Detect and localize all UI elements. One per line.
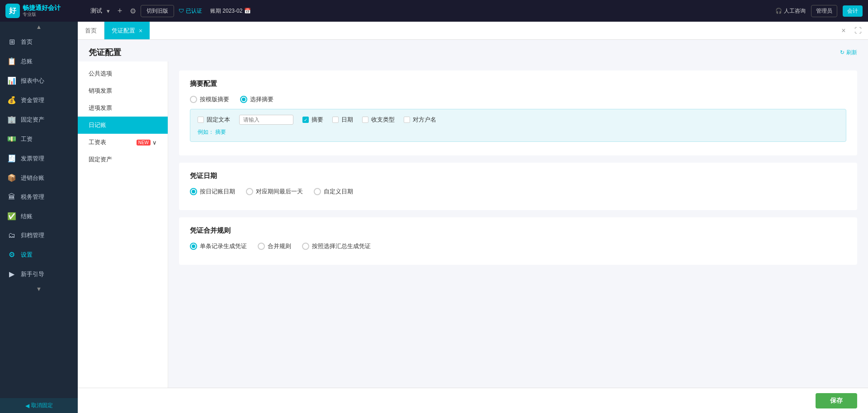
company-dropdown-icon[interactable]: ▾ <box>107 8 110 14</box>
fullscreen-button[interactable]: ⛶ <box>852 24 864 37</box>
sidebar-item-funds[interactable]: 💰 资金管理 <box>0 90 78 110</box>
sidebar-item-trade[interactable]: 📦 进销台账 <box>0 168 78 188</box>
salary-icon: 💵 <box>7 135 16 143</box>
left-nav-journal[interactable]: 日记账 <box>78 117 168 134</box>
date-section-title: 凭证日期 <box>190 172 846 180</box>
save-button[interactable]: 保存 <box>816 393 857 408</box>
assets-icon: 🏢 <box>7 115 16 124</box>
date-checkbox[interactable] <box>332 117 339 123</box>
checkbox-fixed-text[interactable]: 固定文本 <box>198 116 230 124</box>
close-window-button[interactable]: × <box>837 24 850 37</box>
radio-select-summary[interactable]: 选择摘要 <box>240 95 274 103</box>
main-layout: ▲ ⊞ 首页 📋 总账 📊 报表中心 💰 资金管理 🏢 固定资产 💵 工资 🧾 … <box>0 22 868 413</box>
tab-bar: 首页 凭证配置 × × ⛶ <box>78 22 868 40</box>
logo-area: 好 畅捷通好会计 专业版 <box>5 4 82 18</box>
sidebar-item-ledger[interactable]: 📋 总账 <box>0 52 78 71</box>
radio-period-circle <box>246 188 253 195</box>
certified-badge: 🛡 已认证 <box>179 7 202 15</box>
sidebar-item-tax[interactable]: 🏛 税务管理 <box>0 188 78 206</box>
radio-merge-circle <box>258 243 265 250</box>
left-nav-fixed-assets[interactable]: 固定资产 <box>78 151 168 168</box>
summary-checkbox[interactable]: ✓ <box>302 117 309 123</box>
radio-aggregate[interactable]: 按照选择汇总生成凭证 <box>302 242 371 250</box>
radio-template-summary[interactable]: 按模版摘要 <box>190 95 229 103</box>
sidebar-item-assets[interactable]: 🏢 固定资产 <box>0 110 78 129</box>
radio-single-record[interactable]: 单条记录生成凭证 <box>190 242 247 250</box>
left-nav-sales-invoice[interactable]: 销项发票 <box>78 82 168 99</box>
sidebar: ▲ ⊞ 首页 📋 总账 📊 报表中心 💰 资金管理 🏢 固定资产 💵 工资 🧾 … <box>0 22 78 413</box>
admin-button[interactable]: 管理员 <box>811 5 837 17</box>
logo-text: 畅捷通好会计 专业版 <box>23 4 61 18</box>
topbar-right: 🎧 人工咨询 管理员 会计 <box>775 5 863 17</box>
settings-gear-icon[interactable]: ⚙ <box>130 7 136 15</box>
income-type-checkbox[interactable] <box>362 117 368 123</box>
company-name: 测试 <box>90 7 102 15</box>
refresh-button[interactable]: ↻ 刷新 <box>840 49 857 56</box>
radio-single-circle <box>190 243 197 250</box>
sidebar-item-close-account[interactable]: ✅ 结账 <box>0 206 78 226</box>
shield-icon: 🛡 <box>179 8 184 14</box>
example-text: 例如： 摘要 <box>198 128 839 136</box>
radio-journal-circle <box>190 188 197 195</box>
fixed-text-checkbox[interactable] <box>198 117 204 123</box>
sidebar-item-reports[interactable]: 📊 报表中心 <box>0 71 78 90</box>
config-panel-inner: 摘要配置 按模版摘要 选择摘要 <box>168 61 868 281</box>
sidebar-item-salary[interactable]: 💵 工资 <box>0 129 78 149</box>
content-area: 首页 凭证配置 × × ⛶ 凭证配置 ↻ 刷新 公共选项 <box>78 22 868 413</box>
sidebar-item-guide[interactable]: ▶ 新手引导 <box>0 264 78 284</box>
radio-aggregate-circle <box>302 243 309 250</box>
funds-icon: 💰 <box>7 96 16 104</box>
left-nav-purchase-invoice[interactable]: 进项发票 <box>78 99 168 117</box>
old-version-button[interactable]: 切到旧版 <box>141 5 174 17</box>
logo-icon: 好 <box>5 4 20 18</box>
tab-close-icon[interactable]: × <box>139 27 142 34</box>
sidebar-scroll-down[interactable]: ▼ <box>0 284 78 294</box>
pin-icon: ◀ <box>25 403 29 409</box>
sidebar-item-archive[interactable]: 🗂 归档管理 <box>0 226 78 245</box>
fixed-text-input[interactable] <box>239 115 293 125</box>
reports-icon: 📊 <box>7 76 16 85</box>
calendar-icon[interactable]: 📅 <box>244 8 251 14</box>
radio-custom-date[interactable]: 自定义日期 <box>314 188 353 196</box>
left-nav-payroll[interactable]: 工资表 NEW ∨ <box>78 134 168 151</box>
accountant-button[interactable]: 会计 <box>843 5 863 17</box>
summary-section-title: 摘要配置 <box>190 80 846 88</box>
date-section: 凭证日期 按日记账日期 对应期间最后一天 <box>179 163 857 210</box>
tab-home[interactable]: 首页 <box>78 22 104 39</box>
radio-journal-date[interactable]: 按日记账日期 <box>190 188 235 196</box>
left-nav-public[interactable]: 公共选项 <box>78 65 168 82</box>
merge-section: 凭证合并规则 单条记录生成凭证 合并规则 <box>179 217 857 265</box>
guide-icon: ▶ <box>7 270 16 278</box>
summary-section: 摘要配置 按模版摘要 选择摘要 <box>179 70 857 155</box>
sidebar-item-settings[interactable]: ⚙ 设置 <box>0 245 78 264</box>
checkbox-row: 固定文本 ✓ 摘要 日期 <box>198 115 839 125</box>
home-icon: ⊞ <box>7 38 16 46</box>
tab-voucher-config[interactable]: 凭证配置 × <box>104 22 150 39</box>
settings-icon: ⚙ <box>7 250 16 259</box>
merge-radio-group: 单条记录生成凭证 合并规则 按照选择汇总生成凭证 <box>190 242 846 250</box>
checkbox-counterparty[interactable]: 对方户名 <box>404 116 436 124</box>
headset-icon: 🎧 <box>775 8 782 14</box>
page-title: 凭证配置 <box>89 47 121 58</box>
cancel-fixed-button[interactable]: ◀ 取消固定 <box>0 398 78 413</box>
chevron-down-icon: ∨ <box>152 139 157 146</box>
radio-merge-rule[interactable]: 合并规则 <box>258 242 291 250</box>
checkbox-date[interactable]: 日期 <box>332 116 353 124</box>
sidebar-scroll-up[interactable]: ▲ <box>0 22 78 32</box>
add-button[interactable]: + <box>114 6 125 16</box>
radio-custom-circle <box>314 188 321 195</box>
left-nav: 公共选项 销项发票 进项发票 日记账 工资表 NEW ∨ <box>78 61 168 388</box>
merge-section-title: 凭证合并规则 <box>190 226 846 235</box>
new-badge: NEW <box>137 140 151 145</box>
sidebar-item-home[interactable]: ⊞ 首页 <box>0 32 78 52</box>
checkbox-income-type[interactable]: 收支类型 <box>362 116 395 124</box>
counterparty-checkbox[interactable] <box>404 117 410 123</box>
sidebar-item-invoice[interactable]: 🧾 发票管理 <box>0 149 78 168</box>
radio-period-last-day[interactable]: 对应期间最后一天 <box>246 188 303 196</box>
checkbox-summary[interactable]: ✓ 摘要 <box>302 116 323 124</box>
consult-button[interactable]: 🎧 人工咨询 <box>775 7 806 15</box>
page-inner: 公共选项 销项发票 进项发票 日记账 工资表 NEW ∨ <box>78 61 868 388</box>
config-panel: 摘要配置 按模版摘要 选择摘要 <box>168 61 868 388</box>
summary-radio-group: 按模版摘要 选择摘要 <box>190 95 846 103</box>
trade-icon: 📦 <box>7 174 16 182</box>
